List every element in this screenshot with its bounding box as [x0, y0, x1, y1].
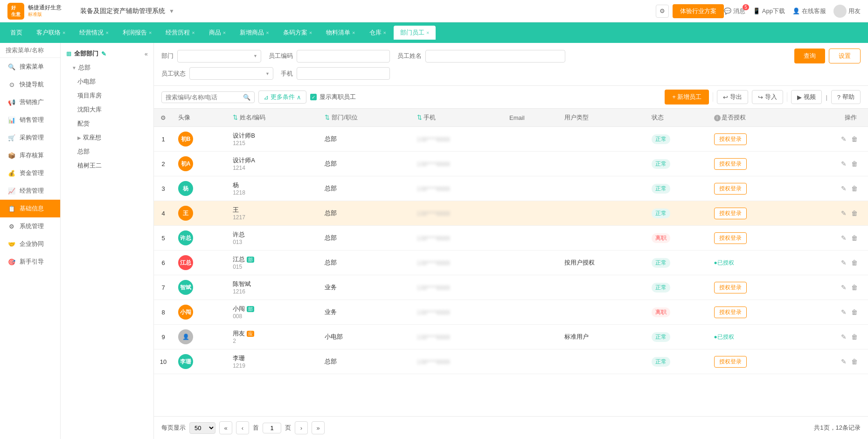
delete-button[interactable]: 🗑: [851, 135, 858, 143]
delete-button[interactable]: 🗑: [851, 259, 858, 266]
import-button[interactable]: ↪ 导入: [752, 90, 783, 104]
edit-button[interactable]: ✎: [841, 358, 847, 365]
sidebar-item-finance[interactable]: 💰 资金管理: [0, 164, 60, 182]
export-button[interactable]: ↩ 导出: [717, 90, 748, 104]
close-icon[interactable]: ×: [192, 30, 194, 35]
edit-button[interactable]: ✎: [841, 209, 847, 217]
sidebar-item-business[interactable]: 📈 经营管理: [0, 182, 60, 200]
online-service-button[interactable]: 👤 在线客服: [792, 7, 826, 15]
delete-button[interactable]: 🗑: [851, 160, 858, 167]
next-page-button[interactable]: ›: [295, 421, 308, 434]
tree-item-double[interactable]: ▶ 双座想: [61, 131, 153, 145]
help-button[interactable]: ? 帮助: [831, 90, 861, 104]
edit-button[interactable]: ✎: [841, 333, 847, 341]
sidebar-item-marketing[interactable]: 📢 营销推广: [0, 93, 60, 111]
delete-button[interactable]: 🗑: [851, 234, 858, 242]
tree-item-delivery[interactable]: 配货: [61, 117, 153, 131]
emp-name-input[interactable]: [425, 50, 565, 63]
close-icon[interactable]: ×: [426, 30, 429, 35]
col-dept[interactable]: ⇅ 部门/职位: [319, 109, 411, 127]
tab-department[interactable]: 部门员工 ×: [394, 26, 436, 40]
trial-button[interactable]: 体验行业方案: [673, 4, 724, 18]
show-resign-toggle[interactable]: ✓ 显示离职员工: [310, 93, 356, 101]
close-icon[interactable]: ×: [352, 30, 355, 35]
edit-button[interactable]: ✎: [841, 284, 847, 291]
auth-login-button[interactable]: 授权登录: [714, 183, 747, 195]
tree-item-head[interactable]: ▼ 总部: [61, 61, 153, 75]
per-page-select[interactable]: 50 100: [189, 422, 215, 434]
sidebar-item-system[interactable]: ⚙ 系统管理: [0, 217, 60, 235]
show-resign-checkbox[interactable]: ✓: [310, 94, 317, 100]
close-icon[interactable]: ×: [62, 30, 65, 35]
close-icon[interactable]: ×: [309, 30, 312, 35]
tab-home[interactable]: 首页: [4, 26, 29, 40]
auth-login-button[interactable]: 授权登录: [714, 158, 747, 170]
col-name[interactable]: ⇅ 姓名/编码: [227, 109, 319, 127]
delete-button[interactable]: 🗑: [851, 185, 858, 192]
sidebar-search-input[interactable]: [6, 47, 61, 54]
sidebar-item-inventory[interactable]: 📦 库存核算: [0, 146, 60, 164]
message-button[interactable]: 💬 消息 5: [724, 7, 745, 15]
close-icon[interactable]: ×: [223, 30, 226, 35]
tree-item-small-elec[interactable]: 小电部: [61, 75, 153, 89]
view-button[interactable]: ▶ 视频: [791, 90, 822, 104]
phone-input[interactable]: [297, 67, 390, 80]
tab-operation[interactable]: 经营情况 ×: [73, 26, 115, 40]
auth-login-button[interactable]: 授权登录: [714, 133, 747, 145]
close-icon[interactable]: ×: [105, 30, 108, 35]
tree-item-head2[interactable]: 总部: [61, 145, 153, 159]
sidebar-item-collab[interactable]: 🤝 企业协同: [0, 235, 60, 253]
auth-login-button[interactable]: 授权登录: [714, 282, 747, 293]
tree-item-plant[interactable]: 植树王二: [61, 159, 153, 173]
tab-process[interactable]: 经营历程 ×: [159, 26, 201, 40]
tab-customer[interactable]: 客户联络 ×: [30, 26, 72, 40]
last-page-button[interactable]: »: [312, 421, 325, 434]
edit-button[interactable]: ✎: [841, 160, 847, 167]
tab-warehouse[interactable]: 仓库 ×: [363, 26, 393, 40]
auth-login-button[interactable]: 授权登录: [714, 208, 747, 219]
edit-button[interactable]: ✎: [841, 308, 847, 316]
tree-item-shenyang[interactable]: 沈阳大库: [61, 103, 153, 117]
tab-profit[interactable]: 利润报告 ×: [116, 26, 158, 40]
emp-code-input[interactable]: [297, 50, 390, 63]
tree-item-project[interactable]: 项目库房: [61, 89, 153, 103]
col-settings[interactable]: ⚙: [154, 109, 173, 127]
edit-button[interactable]: ✎: [841, 234, 847, 242]
edit-button[interactable]: ✎: [841, 135, 847, 143]
help-icon[interactable]: |: [826, 94, 827, 101]
close-icon[interactable]: ×: [266, 30, 269, 35]
title-dropdown-arrow[interactable]: ▼: [169, 8, 174, 14]
delete-button[interactable]: 🗑: [851, 333, 858, 341]
sidebar-item-sales[interactable]: 📊 销售管理: [0, 111, 60, 129]
delete-button[interactable]: 🗑: [851, 284, 858, 291]
auth-login-button[interactable]: 授权登录: [714, 356, 747, 368]
app-download-button[interactable]: 📱 App下载: [753, 7, 785, 15]
col-phone[interactable]: ⇅ 手机: [411, 109, 504, 127]
dept-select[interactable]: [177, 50, 261, 63]
page-number-input[interactable]: [263, 423, 281, 433]
auth-login-button[interactable]: 授权登录: [714, 307, 747, 318]
query-button[interactable]: 查询: [794, 49, 825, 63]
add-employee-button[interactable]: + 新增员工: [665, 90, 709, 105]
first-page-button[interactable]: «: [219, 421, 232, 434]
prev-page-button[interactable]: ‹: [236, 421, 249, 434]
edit-button[interactable]: ✎: [841, 185, 847, 192]
emp-status-select[interactable]: [189, 67, 273, 80]
tab-add-goods[interactable]: 新增商品 ×: [233, 26, 275, 40]
delete-button[interactable]: 🗑: [851, 209, 858, 217]
sidebar-item-nav[interactable]: ⊙ 快捷导航: [0, 76, 60, 93]
tab-goods[interactable]: 商品 ×: [202, 26, 232, 40]
close-icon[interactable]: ×: [383, 30, 386, 35]
edit-button[interactable]: ✎: [841, 259, 847, 266]
delete-button[interactable]: 🗑: [851, 358, 858, 365]
delete-button[interactable]: 🗑: [851, 308, 858, 316]
sidebar-item-guide[interactable]: 🎯 新手引导: [0, 253, 60, 271]
set-button[interactable]: 设置: [829, 49, 861, 63]
auth-login-button[interactable]: 授权登录: [714, 232, 747, 244]
close-icon[interactable]: ×: [149, 30, 152, 35]
sidebar-item-purchase[interactable]: 🛒 采购管理: [0, 129, 60, 146]
sidebar-item-search[interactable]: 🔍 搜索菜单: [0, 58, 60, 76]
search-input[interactable]: [166, 94, 240, 101]
sidebar-item-basic[interactable]: 📋 基础信息: [0, 200, 60, 217]
tab-bom[interactable]: 物料清单 ×: [319, 26, 361, 40]
